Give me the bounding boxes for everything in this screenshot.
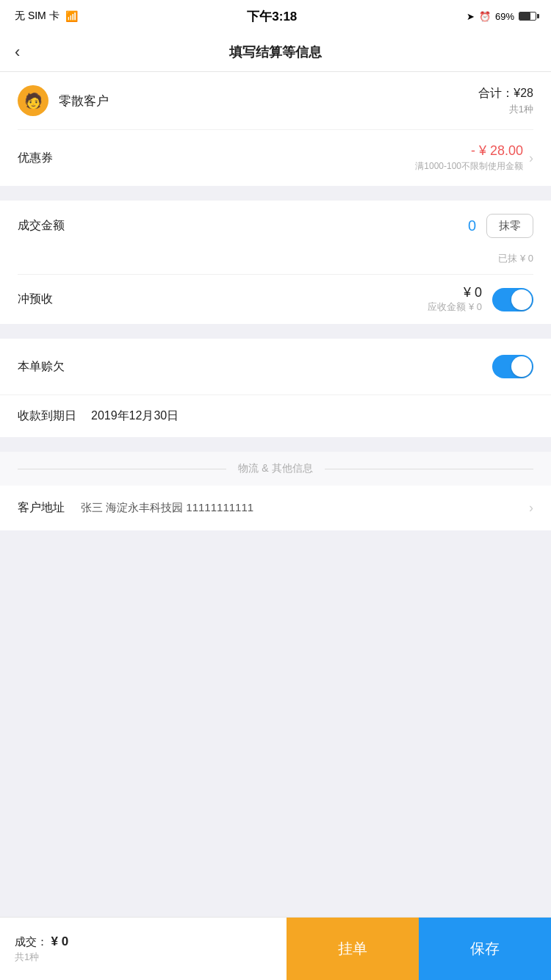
coupon-info: - ¥ 28.00 满1000-100不限制使用金额 <box>415 143 523 173</box>
prepay-main-amount: ¥ 0 <box>428 285 482 300</box>
address-label: 客户地址 <box>18 500 69 516</box>
coupon-desc: 满1000-100不限制使用金额 <box>415 160 523 173</box>
duedate-value: 2019年12月30日 <box>91 408 179 424</box>
battery-text: 69% <box>495 11 514 22</box>
prepay-row: 冲预收 ¥ 0 应收金额 ¥ 0 <box>0 275 551 324</box>
duedate-row[interactable]: 收款到期日 2019年12月30日 <box>0 394 551 437</box>
customer-name: 零散客户 <box>59 93 109 109</box>
page-title: 填写结算等信息 <box>229 43 322 61</box>
deal-amount-input[interactable]: 0 <box>454 217 476 234</box>
address-section: 客户地址 张三 海淀永丰科技园 11111111111 › <box>0 486 551 530</box>
avatar: 🧑 <box>18 85 48 116</box>
wifi-icon: 📶 <box>65 10 78 22</box>
customer-row: 🧑 零散客户 合计：¥28 共1种 <box>0 72 551 129</box>
deal-amount-right: 0 抹零 <box>454 214 533 238</box>
carrier-text: 无 SIM 卡 <box>15 10 60 23</box>
bottom-deal-amount: ¥ 0 <box>51 934 68 948</box>
logistics-header: 物流 & 其他信息 <box>0 452 551 486</box>
address-row[interactable]: 客户地址 张三 海淀永丰科技园 11111111111 › <box>0 486 551 530</box>
customer-total: 合计：¥28 共1种 <box>478 86 533 116</box>
deal-amount-section: 成交金额 0 抹零 已抹 ¥ 0 冲预收 ¥ 0 应收金额 ¥ 0 <box>0 201 551 324</box>
prepay-label: 冲预收 <box>18 292 53 307</box>
prepay-sub-amount: 应收金额 ¥ 0 <box>428 300 482 314</box>
coupon-right: - ¥ 28.00 满1000-100不限制使用金额 › <box>415 143 533 173</box>
logistics-text: 物流 & 其他信息 <box>226 462 324 475</box>
status-time: 下午3:18 <box>247 8 297 25</box>
logistics-line-right <box>325 469 533 469</box>
hangup-button[interactable]: 挂单 <box>287 918 419 980</box>
address-chevron-icon: › <box>529 500 533 516</box>
customer-section: 🧑 零散客户 合计：¥28 共1种 优惠券 - ¥ 28.00 满1000-10… <box>0 72 551 186</box>
bottom-deal-row: 成交： ¥ 0 <box>15 934 272 949</box>
bottom-deal-label: 成交： <box>15 935 48 948</box>
customer-info: 🧑 零散客户 <box>18 85 109 116</box>
battery-icon <box>519 12 536 21</box>
section-divider2 <box>0 331 551 339</box>
prepay-amounts: ¥ 0 应收金额 ¥ 0 <box>428 285 482 314</box>
status-right: ➤ ⏰ 69% <box>467 11 536 22</box>
toggle-knob <box>511 289 532 310</box>
debt-toggle[interactable] <box>492 355 533 378</box>
status-bar: 无 SIM 卡 📶 下午3:18 ➤ ⏰ 69% <box>0 0 551 32</box>
total-amount: 合计：¥28 <box>478 86 533 101</box>
main-content: 🧑 零散客户 合计：¥28 共1种 优惠券 - ¥ 28.00 满1000-10… <box>0 72 551 604</box>
status-carrier: 无 SIM 卡 📶 <box>15 10 78 23</box>
bottom-info: 成交： ¥ 0 共1种 <box>0 918 287 980</box>
coupon-discount: - ¥ 28.00 <box>415 143 523 159</box>
section-divider <box>0 193 551 201</box>
deal-amount-row: 成交金额 0 抹零 <box>0 201 551 251</box>
address-value: 张三 海淀永丰科技园 11111111111 <box>81 501 529 515</box>
section-divider3 <box>0 444 551 452</box>
debt-label: 本单赊欠 <box>18 359 65 375</box>
duedate-label: 收款到期日 <box>18 408 76 424</box>
debt-section: 本单赊欠 收款到期日 2019年12月30日 <box>0 339 551 437</box>
prepay-toggle[interactable] <box>492 288 533 311</box>
deal-amount-label: 成交金额 <box>18 218 65 234</box>
total-count: 共1种 <box>478 103 533 116</box>
already-rounded-text: 已抹 ¥ 0 <box>498 253 533 264</box>
coupon-chevron-icon: › <box>529 151 533 166</box>
coupon-label: 优惠券 <box>18 151 53 166</box>
avatar-icon: 🧑 <box>24 92 43 109</box>
bottom-count: 共1种 <box>15 951 272 964</box>
logistics-line-left <box>18 469 226 469</box>
nav-bar: ‹ 填写结算等信息 <box>0 32 551 72</box>
bottom-bar: 成交： ¥ 0 共1种 挂单 保存 <box>0 917 551 980</box>
back-button[interactable]: ‹ <box>15 43 20 62</box>
save-button[interactable]: 保存 <box>419 918 551 980</box>
round-zero-button[interactable]: 抹零 <box>486 214 533 238</box>
location-icon: ➤ <box>467 11 475 22</box>
debt-toggle-knob <box>511 356 532 377</box>
debt-row: 本单赊欠 <box>0 339 551 394</box>
alarm-icon: ⏰ <box>479 11 491 22</box>
coupon-row[interactable]: 优惠券 - ¥ 28.00 满1000-100不限制使用金额 › <box>0 130 551 186</box>
round-zero-sub: 已抹 ¥ 0 <box>0 251 551 274</box>
prepay-right: ¥ 0 应收金额 ¥ 0 <box>428 285 533 314</box>
